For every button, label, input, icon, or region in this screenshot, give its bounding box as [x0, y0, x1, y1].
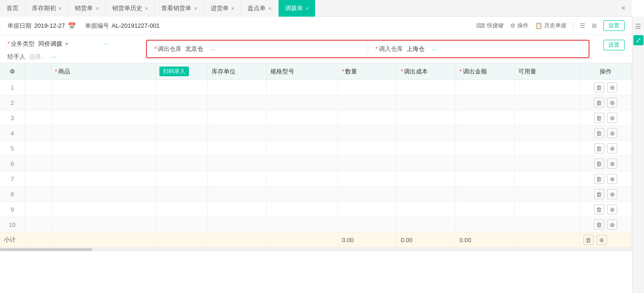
tab-transfer-close[interactable]: ×	[306, 6, 309, 11]
row-cost[interactable]	[397, 110, 456, 126]
row-unit[interactable]	[207, 187, 266, 202]
row-delete-btn[interactable]: 🗑	[594, 174, 604, 184]
row-product[interactable]	[51, 156, 155, 171]
row-qty[interactable]	[338, 171, 397, 187]
tab-home[interactable]: 首页	[0, 0, 25, 17]
gear-icon[interactable]: ⚙	[10, 68, 15, 75]
tab-stock-count-close[interactable]: ×	[268, 6, 271, 11]
row-cost[interactable]	[397, 202, 456, 217]
row-copy-btn[interactable]: ⊕	[607, 98, 617, 108]
row-qty[interactable]	[338, 110, 397, 126]
row-delete-btn[interactable]: 🗑	[594, 82, 604, 92]
row-amount[interactable]	[456, 95, 514, 110]
row-amount[interactable]	[456, 202, 514, 217]
row-unit[interactable]	[207, 141, 266, 156]
warehouse-in-more[interactable]: ···	[432, 46, 437, 53]
row-product[interactable]	[51, 95, 155, 110]
person-more[interactable]: ···	[52, 54, 56, 60]
row-spec[interactable]	[266, 171, 338, 187]
row-unit[interactable]	[207, 171, 266, 187]
scan-button[interactable]: 扫码录入	[159, 67, 189, 76]
tab-purchase[interactable]: 进货单 ×	[204, 0, 241, 17]
row-cost[interactable]	[397, 171, 456, 187]
row-copy-btn[interactable]: ⊕	[607, 189, 617, 199]
biz-type-dropdown-arrow[interactable]: ▼	[64, 41, 69, 47]
row-copy-btn[interactable]: ⊕	[607, 143, 617, 153]
setting-button[interactable]: 设置	[603, 20, 625, 31]
tab-stock-count[interactable]: 盘点单 ×	[241, 0, 278, 17]
row-delete-btn[interactable]: 🗑	[594, 204, 604, 214]
row-spec[interactable]	[266, 95, 338, 110]
row-amount[interactable]	[456, 126, 514, 141]
row-unit[interactable]	[207, 110, 266, 126]
row-cost[interactable]	[397, 187, 456, 202]
row-delete-btn[interactable]: 🗑	[594, 189, 604, 199]
tab-sales-history-close[interactable]: ×	[145, 6, 148, 11]
row-copy-btn[interactable]: ⊕	[607, 174, 617, 184]
row-qty[interactable]	[338, 141, 397, 156]
row-spec[interactable]	[266, 217, 338, 232]
row-unit[interactable]	[207, 95, 266, 110]
row-amount[interactable]	[456, 80, 514, 95]
row-copy-btn[interactable]: ⊕	[607, 113, 617, 123]
row-product[interactable]	[51, 217, 155, 232]
row-product[interactable]	[51, 202, 155, 217]
row-spec[interactable]	[266, 110, 338, 126]
window-close-button[interactable]: ×	[615, 0, 632, 17]
row-spec[interactable]	[266, 80, 338, 95]
scroll-thumb[interactable]	[0, 248, 92, 251]
row-unit[interactable]	[207, 156, 266, 171]
row-delete-btn[interactable]: 🗑	[594, 143, 604, 153]
row-spec[interactable]	[266, 156, 338, 171]
layout-icon-list[interactable]: ☰	[580, 22, 585, 29]
row-cost[interactable]	[397, 217, 456, 232]
sidebar-list-icon[interactable]: ☰	[633, 21, 644, 31]
row-qty[interactable]	[338, 126, 397, 141]
row-delete-btn[interactable]: 🗑	[594, 98, 604, 108]
tab-inventory-init[interactable]: 库存期初 ×	[25, 0, 68, 17]
tab-transfer[interactable]: 调拨单 ×	[279, 0, 316, 17]
row-product[interactable]	[51, 126, 155, 141]
row-unit[interactable]	[207, 80, 266, 95]
row-amount[interactable]	[456, 156, 514, 171]
subtotal-delete-btn[interactable]: 🗑	[583, 235, 594, 245]
row-qty[interactable]	[338, 217, 397, 232]
row-qty[interactable]	[338, 156, 397, 171]
row-qty[interactable]	[338, 187, 397, 202]
row-cost[interactable]	[397, 126, 456, 141]
tab-purchase-close[interactable]: ×	[231, 6, 234, 11]
warehouse-setting-button[interactable]: 设置	[603, 40, 625, 50]
row-cost[interactable]	[397, 156, 456, 171]
tab-inventory-close[interactable]: ×	[59, 6, 61, 11]
row-amount[interactable]	[456, 141, 514, 156]
biz-type-select[interactable]: 同价调拨 ▼	[38, 40, 98, 48]
row-copy-btn[interactable]: ⊕	[607, 204, 617, 214]
shortcut-button[interactable]: ⌨ 快捷键	[476, 22, 504, 30]
history-button[interactable]: 📋 历史单据	[535, 22, 566, 30]
row-unit[interactable]	[207, 202, 266, 217]
row-cost[interactable]	[397, 141, 456, 156]
row-cost[interactable]	[397, 80, 456, 95]
row-unit[interactable]	[207, 217, 266, 232]
row-spec[interactable]	[266, 187, 338, 202]
sidebar-expand-icon[interactable]: ⤢	[633, 35, 644, 45]
row-product[interactable]	[51, 141, 155, 156]
row-copy-btn[interactable]: ⊕	[607, 128, 617, 138]
row-copy-btn[interactable]: ⊕	[607, 82, 617, 92]
row-delete-btn[interactable]: 🗑	[594, 113, 604, 123]
row-delete-btn[interactable]: 🗑	[594, 220, 604, 230]
row-spec[interactable]	[266, 202, 338, 217]
row-amount[interactable]	[456, 187, 514, 202]
row-qty[interactable]	[338, 95, 397, 110]
layout-icon-grid[interactable]: ⊞	[592, 22, 597, 29]
horizontal-scrollbar[interactable]	[0, 248, 632, 251]
calendar-icon[interactable]: 📅	[68, 22, 76, 30]
warehouse-out-more[interactable]: ···	[211, 46, 216, 53]
subtotal-copy-btn[interactable]: ⊕	[597, 235, 607, 245]
tab-sales-close[interactable]: ×	[96, 6, 98, 11]
row-amount[interactable]	[456, 171, 514, 187]
row-spec[interactable]	[266, 141, 338, 156]
row-product[interactable]	[51, 171, 155, 187]
tab-sales-history[interactable]: 销货单历史 ×	[106, 0, 155, 17]
person-input[interactable]: 选择...	[29, 53, 46, 61]
